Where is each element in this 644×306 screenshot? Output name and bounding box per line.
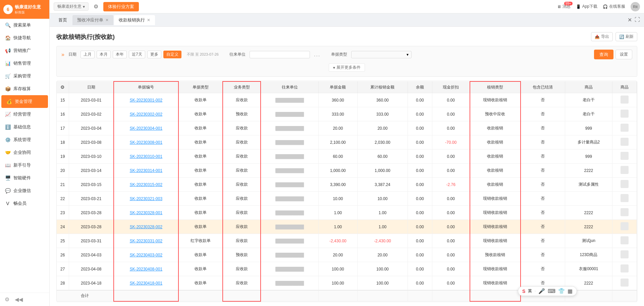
ime-keyboard-icon[interactable]: ⌨ bbox=[548, 288, 555, 294]
sidebar-item-inventory[interactable]: 📦库存核算 bbox=[0, 82, 49, 95]
col-settings[interactable]: ⚙ bbox=[57, 81, 69, 93]
sidebar-item-operation[interactable]: 📈经营管理 bbox=[0, 108, 49, 121]
cell-amount: 360.00 bbox=[318, 93, 357, 107]
cell-amount: 333.00 bbox=[318, 107, 357, 121]
online-service-button[interactable]: 🎧 在线客服 bbox=[603, 4, 625, 9]
app-download-button[interactable]: 📱 App下载 bbox=[576, 4, 597, 9]
this-month-btn[interactable]: 本月 bbox=[97, 51, 111, 58]
last-7days-btn[interactable]: 近7天 bbox=[129, 51, 145, 58]
partner-input[interactable] bbox=[250, 51, 310, 58]
sidebar-item-finance[interactable]: 💰资金管理 bbox=[1, 95, 48, 108]
cell-writeofftype: 收款核销 bbox=[470, 164, 521, 178]
cell-balance: 0.00 bbox=[408, 93, 432, 107]
filter-settings-button[interactable]: 设置 bbox=[615, 50, 632, 59]
ime-grid-icon[interactable]: ▦ bbox=[568, 288, 573, 294]
voucher-link[interactable]: SK-20230418-001 bbox=[130, 281, 162, 286]
sidebar-settings-icon[interactable]: ⚙ bbox=[5, 296, 9, 303]
expand-icon: ▾ bbox=[333, 65, 335, 70]
cell-writeofftype: 现销收款核销 bbox=[470, 220, 521, 234]
cell-no: 20 bbox=[57, 164, 69, 178]
voucher-link[interactable]: SK-20230403-002 bbox=[130, 253, 162, 257]
tab-writeoff[interactable]: 收款核销执行 ✕ bbox=[114, 15, 155, 25]
sidebar-collapse-icon[interactable]: ◀◀ bbox=[15, 296, 23, 303]
footer-partner bbox=[261, 290, 318, 301]
ime-mic-icon[interactable]: 🎤 bbox=[538, 288, 545, 294]
sidebar-item-guide[interactable]: 📖新手引导 bbox=[0, 159, 49, 172]
partner-label: 往来单位 bbox=[229, 52, 246, 57]
voucher-link[interactable]: SK-20230321-003 bbox=[130, 196, 162, 201]
cell-product: 测试jun bbox=[565, 234, 612, 248]
filter-expand-arrow[interactable]: » bbox=[61, 52, 64, 58]
cell-cumulative: 10.00 bbox=[357, 192, 408, 206]
column-settings-icon[interactable]: ⚙ bbox=[60, 84, 65, 90]
cell-writeofftype: 收款核销 bbox=[470, 135, 521, 149]
sidebar-item-marketing[interactable]: 📢营销推广 bbox=[0, 44, 49, 57]
cell-vouchertype: 收款单 bbox=[178, 276, 223, 291]
cell-balance: 0.00 bbox=[408, 262, 432, 276]
voucher-link[interactable]: SK-20230308-001 bbox=[130, 140, 162, 145]
ime-shirt-icon[interactable]: 👕 bbox=[558, 288, 565, 294]
voucher-type-select[interactable]: ▾ bbox=[351, 51, 412, 58]
table-row: 22 2023-03-21 SK-20230321-003 收款单 应收款 ██… bbox=[57, 192, 637, 206]
company-dropdown[interactable]: 畅康道好生意 ▾ bbox=[54, 2, 89, 11]
sidebar-item-basic[interactable]: ℹ️基础信息 bbox=[0, 121, 49, 133]
col-productimg-header: 商品 bbox=[612, 81, 637, 93]
sidebar-icon-inventory: 📦 bbox=[5, 86, 11, 92]
cell-cashdiscount: 0.00 bbox=[432, 149, 470, 164]
sidebar-item-sales[interactable]: 📊销售管理 bbox=[0, 57, 49, 70]
cell-date: 2023-03-14 bbox=[69, 164, 114, 178]
topbar-gear-icon[interactable]: ⚙ bbox=[91, 2, 101, 11]
voucher-link[interactable]: SK-20230301-002 bbox=[130, 98, 162, 103]
export-button[interactable]: 📤 导出 bbox=[591, 32, 613, 41]
ime-brand: 英 bbox=[528, 288, 532, 294]
cell-date: 2023-03-28 bbox=[69, 220, 114, 234]
cell-partner: ██████████ bbox=[261, 107, 318, 121]
refresh-button[interactable]: 🔄 刷新 bbox=[615, 32, 637, 41]
footer-voucherno bbox=[114, 290, 178, 301]
this-year-btn[interactable]: 本年 bbox=[113, 51, 127, 58]
query-button[interactable]: 查询 bbox=[594, 50, 613, 59]
sidebar-item-search[interactable]: 🔍搜索菜单 bbox=[0, 19, 49, 32]
voucher-link[interactable]: SK-20230302-002 bbox=[130, 112, 162, 117]
tab-home[interactable]: 首页 bbox=[54, 15, 72, 25]
last-month-btn[interactable]: 上月 bbox=[80, 51, 95, 58]
voucher-link[interactable]: SK-20230328-002 bbox=[130, 225, 162, 229]
message-button[interactable]: 🖥 消息 99+ bbox=[557, 4, 571, 9]
expand-more-button[interactable]: ▾ 展开更多条件 bbox=[329, 63, 365, 72]
more-dates-btn[interactable]: 更多 bbox=[147, 51, 161, 58]
sidebar-item-purchase[interactable]: 🛒采购管理 bbox=[0, 70, 49, 82]
cell-vouchertype: 收款单 bbox=[178, 164, 223, 178]
cell-no: 17 bbox=[57, 121, 69, 135]
tab-advance-close[interactable]: ✕ bbox=[105, 18, 109, 22]
solution-button[interactable]: 体验行业方案 bbox=[103, 2, 139, 11]
voucher-link[interactable]: SK-20230315-002 bbox=[130, 182, 162, 187]
tab-writeoff-close[interactable]: ✕ bbox=[147, 18, 150, 22]
voucher-link[interactable]: SK-20230310-001 bbox=[130, 154, 162, 159]
user-avatar[interactable]: Rit bbox=[631, 2, 640, 11]
cell-biztype: 预收款 bbox=[223, 248, 261, 262]
sidebar-item-system[interactable]: ⚙️系统管理 bbox=[0, 133, 49, 146]
tab-advance[interactable]: 预收冲应付单 ✕ bbox=[72, 15, 113, 25]
voucher-link[interactable]: SK-20230408-001 bbox=[130, 267, 162, 271]
sidebar-item-hardware[interactable]: 🖥️智能硬件 bbox=[0, 172, 49, 184]
sidebar-item-quicknav[interactable]: 🏠快捷导航 bbox=[0, 32, 49, 44]
voucher-link[interactable]: SK-20230331-002 bbox=[130, 239, 162, 243]
cell-cashdiscount: 0.00 bbox=[432, 262, 470, 276]
select-arrow-icon: ▾ bbox=[407, 52, 409, 57]
cell-no: 27 bbox=[57, 262, 69, 276]
cell-included: 否 bbox=[521, 192, 565, 206]
cell-no: 15 bbox=[57, 93, 69, 107]
sidebar-item-collab[interactable]: 🤝企业协同 bbox=[0, 146, 49, 159]
tab-close-all-icon[interactable]: ✕ bbox=[628, 17, 632, 23]
voucher-link[interactable]: SK-20230314-001 bbox=[130, 168, 162, 173]
custom-date-btn[interactable]: 自定义 bbox=[163, 51, 181, 58]
voucher-link[interactable]: SK-20230328-001 bbox=[130, 210, 162, 215]
sidebar-item-member[interactable]: V畅会员 bbox=[0, 197, 49, 210]
cell-amount: 10.00 bbox=[318, 192, 357, 206]
cell-included: 否 bbox=[521, 107, 565, 121]
sidebar-item-wechat[interactable]: 💬企业微信 bbox=[0, 184, 49, 197]
tab-expand-icon[interactable]: ⛶ bbox=[635, 17, 640, 23]
phone-icon: 📱 bbox=[576, 4, 581, 9]
voucher-link[interactable]: SK-20230304-001 bbox=[130, 126, 162, 131]
cell-no: 16 bbox=[57, 107, 69, 121]
